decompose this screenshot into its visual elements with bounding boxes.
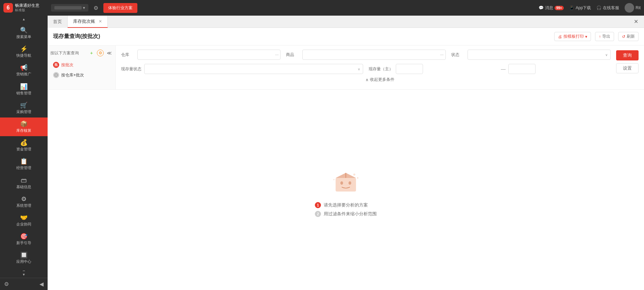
sidebar-item-guide[interactable]: 🎯 新手引导 [0,230,48,249]
user-profile[interactable]: Rit [625,3,641,13]
inventory-qty-filter-group: 现存量（主） — [369,64,611,74]
topbar: 6 畅康通好生意 标准版 ▾ ⚙ 体验行业方案 💬 消息 99+ 📱 App下载… [0,0,644,16]
search-icon: 🔍 [20,27,28,33]
sidebar-items: 🔍 搜索菜单 ⚡ 快捷导航 📢 营销推广 📊 销售管理 🛒 采购管理 📦 [0,22,48,271]
warehouse-input[interactable] [137,50,281,60]
app-logo: 6 畅康通好生意 标准版 [3,3,51,13]
print-btn[interactable]: 🖨 按模板打印 ▾ [554,32,591,41]
tab-home[interactable]: 首页 [48,16,68,28]
sidebar-label-quick-nav: 快捷导航 [16,53,31,58]
refresh-label: 刷新 [627,34,635,39]
product-filter-group: 商品 ··· [286,50,445,60]
inventory-status-select[interactable]: ∨ [144,64,363,74]
scheme-by-warehouse-batch[interactable]: 按仓库+批次 [50,70,113,80]
add-scheme-btn[interactable]: + [88,50,95,56]
sidebar-item-quick-nav[interactable]: ⚡ 快捷导航 [0,42,48,61]
scheme-batch-icon: 批 [53,62,59,68]
status-filter-group: 状态 ∨ [451,50,611,60]
sidebar-label-inventory: 库存核算 [16,128,31,133]
scheme-by-batch[interactable]: 批 按批次 [50,60,113,70]
status-arrow-icon: ∨ [605,53,608,57]
warehouse-more-icon[interactable]: ··· [275,52,278,57]
sidebar-item-basics[interactable]: 🗃 基础信息 [0,174,48,193]
sidebar-scroll-up[interactable]: ▲ [0,16,48,22]
topbar-nav: ▾ ⚙ 体验行业方案 [51,3,539,13]
inventory-qty-from-wrap [396,64,498,74]
sidebar-label-purchase: 采购管理 [16,110,31,114]
scheme-settings-btn[interactable]: ⚙ [97,50,104,56]
product-more-icon[interactable]: ··· [440,52,444,57]
sidebar-item-system[interactable]: ⚙ 系统管理 [0,193,48,211]
sidebar-item-operations[interactable]: 📋 经营管理 [0,155,48,174]
warehouse-label: 仓库 [121,52,135,58]
collapse-icon: ≪ [107,50,112,56]
sidebar-collapse-icon[interactable]: ◀ [39,281,44,287]
operations-icon: 📋 [20,158,28,164]
inventory-status-label: 现存量状态 [121,66,141,72]
sidebar-label-basics: 基础信息 [16,185,31,189]
sidebar-scroll-down[interactable]: ▼ [0,271,48,278]
filter-settings-btn[interactable]: 设置 [616,63,639,73]
empty-icon [329,163,363,197]
app-download-btn[interactable]: 📱 App下载 [569,5,591,11]
status-select[interactable]: ∨ [468,50,611,60]
filter-row-1: 仓库 ··· 商品 [121,50,611,60]
tab-panel-close-btn[interactable]: ✕ [631,17,641,26]
sidebar-item-apps[interactable]: 🔲 应用中心 [0,249,48,267]
tab-bar-right: ✕ [631,17,644,26]
filter-collapse-btn[interactable]: ≪ [106,50,113,56]
experience-btn[interactable]: 体验行业方案 [103,3,137,13]
product-input[interactable] [302,50,445,60]
filter-layout: 按以下方案查询 + ⚙ ≪ 批 按批次 [48,46,644,90]
refresh-btn[interactable]: ↺ 刷新 [618,32,639,41]
messages-label: 消息 [545,5,553,11]
content-area: 首页 库存批次账 ✕ ✕ 现存量查询(按批次) 🖨 按模板打印 ▾ [48,16,644,290]
inventory-qty-label: 现存量（主） [369,66,393,72]
headset-icon: 🎧 [596,5,601,10]
printer-icon: 🖨 [558,34,562,39]
avatar [625,3,634,13]
empty-illustration [329,163,363,197]
tab-close-icon[interactable]: ✕ [99,19,102,24]
inventory-icon: 📦 [20,121,28,127]
sidebar-item-purchase[interactable]: 🛒 采购管理 [0,99,48,117]
quick-nav-icon: ⚡ [20,46,28,52]
breadcrumb[interactable]: ▾ [51,4,88,12]
chevron-down-icon: ▾ [83,5,85,10]
sidebar-item-finance[interactable]: 💰 资金管理 [0,136,48,155]
left-filter-panel: 按以下方案查询 + ⚙ ≪ 批 按批次 [48,46,116,89]
sidebar-label-sales: 销售管理 [16,91,31,95]
sidebar-label-guide: 新手引导 [16,241,31,245]
filter-row-2: 现存量状态 ∨ 现存量（主） [121,64,611,74]
online-service-btn[interactable]: 🎧 在线客服 [596,5,619,11]
finance-icon: 💰 [20,140,28,146]
sidebar-settings-icon[interactable]: ⚙ [4,281,9,287]
collapse-more-btn[interactable]: ∧ 收起更多条件 [121,74,639,85]
gear-small-icon: ⚙ [99,51,102,55]
sidebar-item-enterprise[interactable]: 🤝 企业协同 [0,211,48,230]
export-icon: ↑ [599,34,601,39]
warehouse-filter-group: 仓库 ··· [121,50,281,60]
right-filter-area: 仓库 ··· 商品 [116,46,644,89]
sidebar-item-wechat[interactable]: 💬 企业微信 [0,267,48,271]
product-label: 商品 [286,52,300,58]
page-content: 现存量查询(按批次) 🖨 按模板打印 ▾ ↑ 导出 ↺ 刷新 [48,28,644,290]
app-name: 畅康通好生意 [15,3,39,8]
sidebar-item-inventory[interactable]: 📦 库存核算 [0,117,48,136]
sidebar-item-sales[interactable]: 📊 销售管理 [0,80,48,99]
filter-header-actions: + ⚙ ≪ [88,50,113,56]
tab-inventory-batch[interactable]: 库存批次账 ✕ [68,16,108,28]
query-btn[interactable]: 查询 [616,50,639,60]
sidebar-label-apps: 应用中心 [16,259,31,264]
messages-btn[interactable]: 💬 消息 99+ [539,5,564,11]
enterprise-icon: 🤝 [20,215,28,221]
inventory-qty-to-input[interactable] [508,64,536,74]
export-btn[interactable]: ↑ 导出 [595,32,614,41]
hint-num-2: 2 [315,211,321,217]
purchase-icon: 🛒 [20,102,28,108]
apps-icon: 🔲 [20,252,28,258]
sidebar-item-marketing[interactable]: 📢 营销推广 [0,61,48,80]
sidebar-item-search[interactable]: 🔍 搜索菜单 [0,24,48,42]
settings-icon[interactable]: ⚙ [91,3,101,13]
inventory-qty-from-input[interactable] [396,64,423,74]
